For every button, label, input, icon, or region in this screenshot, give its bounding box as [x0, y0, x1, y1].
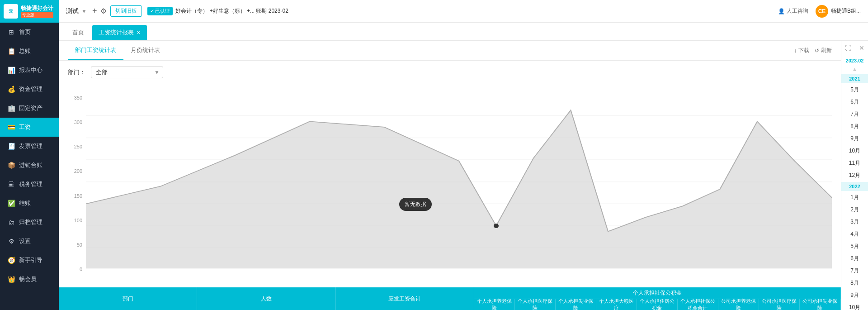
tax-icon: 🏛 — [7, 181, 15, 188]
month-item-2022-2月[interactable]: 2月 — [841, 204, 868, 215]
month-item-2022-7月[interactable]: 7月 — [841, 265, 868, 277]
y-axis-label: 50 — [68, 242, 86, 248]
check-icon: ✓ — [150, 8, 154, 14]
month-item-2021-9月[interactable]: 9月 — [841, 133, 868, 144]
subtabs: 部门工资统计表月份统计表 — [68, 42, 167, 60]
sidebar-item-settle[interactable]: ✅结账 — [0, 194, 59, 213]
sidebar-item-ledger[interactable]: 📋总账 — [0, 42, 59, 61]
avatar: CE — [816, 5, 828, 18]
company-name[interactable]: 测试 ▼ — [66, 7, 87, 15]
sidebar: 云 畅捷通好会计 专业版 ⊞首页📋总账📊报表中心💰资金管理🏢固定资产💳工资🧾发票… — [0, 0, 59, 310]
sidebar-label-ledger: 总账 — [19, 47, 31, 55]
filter-bar: 部门： 全部部门A部门B ▼ — [59, 61, 841, 84]
sub-col-header: 个人承担大额医疗 — [596, 299, 637, 310]
month-item-2022-4月[interactable]: 4月 — [841, 229, 868, 240]
month-item-2021-12月[interactable]: 12月 — [841, 170, 868, 181]
subtab-bar: 部门工资统计表月份统计表 ↓下载↺刷新 — [59, 41, 841, 61]
sidebar-label-vip: 畅会员 — [19, 275, 37, 283]
month-item-2021-11月[interactable]: 11月 — [841, 157, 868, 169]
month-item-2022-10月[interactable]: 10月 — [841, 302, 868, 310]
sidebar-item-vip[interactable]: 👑畅会员 — [0, 270, 59, 289]
sidebar-item-funds[interactable]: 💰资金管理 — [0, 80, 59, 99]
sidebar-item-invoice[interactable]: 🧾发票管理 — [0, 137, 59, 156]
sidebar-label-guide: 新手引导 — [19, 256, 42, 264]
chart-inner: 暂无数据 — [86, 93, 832, 274]
sub-col-header: 个人承担失业保险 — [556, 299, 596, 310]
subtab-dept[interactable]: 部门工资统计表 — [68, 42, 123, 60]
close-panel-icon[interactable]: ✕ — [859, 44, 864, 52]
refresh-button[interactable]: ↺刷新 — [815, 47, 832, 54]
download-icon: ↓ — [794, 48, 797, 54]
topbar-status: ✓ 已认证 好会计（专） +好生意（标） +... 账期 2023-02 — [147, 7, 288, 15]
sidebar-item-salary[interactable]: 💳工资 — [0, 118, 59, 137]
company-chevron-icon: ▼ — [81, 8, 87, 14]
sidebar-item-guide[interactable]: 🧭新手引导 — [0, 251, 59, 270]
month-item-2021-5月[interactable]: 5月 — [841, 84, 868, 95]
chart-container: 050100150200250300350 — [68, 93, 832, 287]
tab-close-salary-report[interactable]: ✕ — [137, 30, 141, 36]
y-axis-label: 250 — [68, 144, 86, 149]
sidebar-item-archive[interactable]: 🗂归档管理 — [0, 213, 59, 232]
switch-view-button[interactable]: 切到旧板 — [110, 5, 142, 17]
help-button[interactable]: 👤 人工咨询 — [778, 7, 808, 15]
help-icon: 👤 — [778, 8, 785, 14]
expand-panel-icon[interactable]: ⛶ — [845, 44, 851, 52]
tab-home[interactable]: 首页 — [66, 25, 90, 40]
sidebar-label-funds: 资金管理 — [19, 85, 42, 93]
panel-nav: ▲20215月6月7月8月9月10月11月12月20221月2月3月4月5月6月… — [841, 65, 868, 310]
settings-icon: ⚙ — [7, 238, 15, 245]
sidebar-item-reports[interactable]: 📊报表中心 — [0, 61, 59, 80]
month-item-2021-7月[interactable]: 7月 — [841, 109, 868, 120]
y-axis-label: 0 — [68, 267, 86, 272]
chart-tooltip: 暂无数据 — [399, 198, 432, 211]
month-item-2022-6月[interactable]: 6月 — [841, 253, 868, 264]
sidebar-label-home: 首页 — [19, 28, 31, 36]
verified-badge: ✓ 已认证 — [147, 7, 173, 15]
dept-select[interactable]: 全部部门A部门B — [91, 66, 163, 78]
chart-area: 050100150200250300350 — [59, 84, 841, 287]
settings-icon[interactable]: ⚙ — [100, 7, 107, 15]
download-button[interactable]: ↓下载 — [794, 47, 809, 54]
sidebar-label-archive: 归档管理 — [19, 218, 42, 226]
sidebar-item-settings[interactable]: ⚙设置 — [0, 232, 59, 251]
sidebar-label-invoice: 发票管理 — [19, 142, 42, 150]
settle-icon: ✅ — [7, 200, 15, 207]
sidebar-item-tax[interactable]: 🏛税务管理 — [0, 175, 59, 194]
month-item-2022-8月[interactable]: 8月 — [841, 277, 868, 289]
topbar-right: 👤 人工咨询 CE 畅捷通B组... — [778, 5, 861, 18]
month-item-2022-5月[interactable]: 5月 — [841, 241, 868, 252]
month-item-2022-3月[interactable]: 3月 — [841, 216, 868, 228]
sub-col-header: 个人承担社保公积金合计 — [678, 299, 718, 310]
right-panel: ✕ ⛶ 2023.02 ▲20215月6月7月8月9月10月11月12月2022… — [841, 41, 868, 310]
user-menu[interactable]: CE 畅捷通B组... — [816, 5, 861, 18]
subtab-monthly[interactable]: 月份统计表 — [123, 42, 167, 60]
month-item-2021-6月[interactable]: 6月 — [841, 96, 868, 108]
sidebar-item-assets[interactable]: 🏢固定资产 — [0, 99, 59, 118]
main-content: 测试 ▼ + ⚙ 切到旧板 ✓ 已认证 好会计（专） +好生意（标） +... … — [59, 0, 868, 310]
month-item-2021-10月[interactable]: 10月 — [841, 145, 868, 157]
col-header-应发工资合计: 应发工资合计 — [336, 287, 474, 310]
content-wrapper: 部门工资统计表月份统计表 ↓下载↺刷新 部门： 全部部门A部门B ▼ 05010… — [59, 41, 868, 310]
sub-col-header: 个人承担住房公积金 — [637, 299, 678, 310]
sidebar-item-home[interactable]: ⊞首页 — [0, 23, 59, 42]
sales-icon: 📦 — [7, 162, 15, 169]
status-good: 好会计（专） +好生意（标） +... 账期 2023-02 — [175, 7, 288, 15]
topbar: 测试 ▼ + ⚙ 切到旧板 ✓ 已认证 好会计（专） +好生意（标） +... … — [59, 0, 868, 23]
ledger-icon: 📋 — [7, 48, 15, 55]
panel-nav-up[interactable]: ▲ — [851, 65, 859, 73]
col-group-header: 个人承担社保公积金个人承担养老保险个人承担医疗保险个人承担失业保险个人承担大额医… — [474, 287, 841, 310]
salary-icon: 💳 — [7, 124, 15, 131]
dept-select-wrapper: 全部部门A部门B ▼ — [91, 66, 163, 78]
archive-icon: 🗂 — [7, 219, 15, 226]
sub-col-header: 个人承担养老保险 — [474, 299, 515, 310]
sidebar-item-sales[interactable]: 📦进销台账 — [0, 156, 59, 175]
tab-label-home: 首页 — [72, 29, 84, 36]
tab-salary-report[interactable]: 工资统计报表✕ — [92, 25, 147, 40]
sidebar-label-assets: 固定资产 — [19, 104, 42, 112]
y-axis-label: 200 — [68, 168, 86, 174]
add-button[interactable]: + — [92, 6, 97, 16]
vip-icon: 👑 — [7, 276, 15, 283]
month-item-2021-8月[interactable]: 8月 — [841, 121, 868, 132]
month-item-2022-9月[interactable]: 9月 — [841, 290, 868, 301]
month-item-2022-1月[interactable]: 1月 — [841, 192, 868, 203]
